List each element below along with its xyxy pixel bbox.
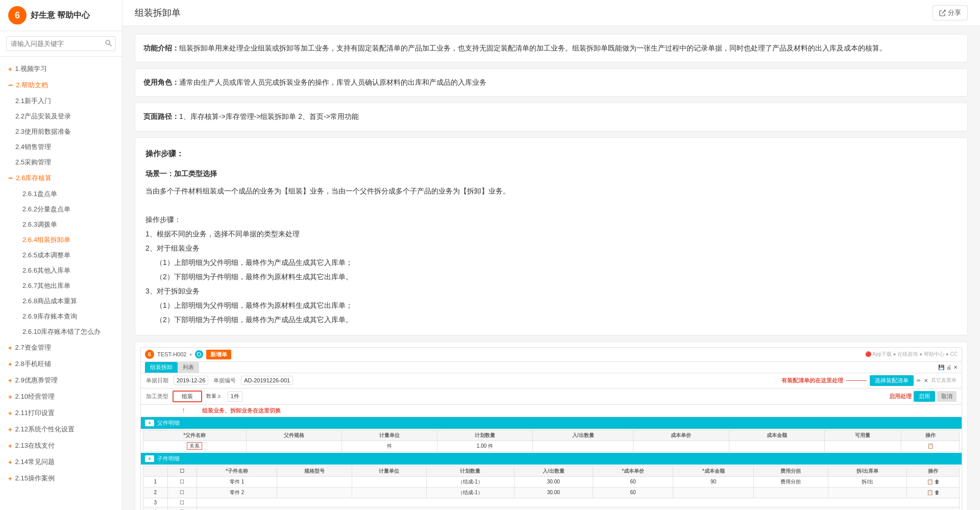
mock-td-qty: 1.00 件 — [437, 441, 532, 451]
screenshot-block: 6 TEST-H002 ▾ 新增单 🔴 App下载 ● 在线咨询 ● 帮助中心 … — [135, 342, 968, 510]
search-input[interactable] — [7, 37, 101, 50]
mock-app-id: TEST-H002 — [157, 351, 186, 357]
sidebar-item-coupon[interactable]: + 2.9优惠券管理 — [0, 372, 122, 388]
table-row: 2 ☐ 零件 2 （结成-1） 30.00 60 — [143, 487, 960, 498]
sidebar-item-help-docs[interactable]: − 2.帮助文档 — [0, 77, 122, 93]
mock-td-inqty — [533, 441, 633, 451]
sidebar-item-cost-recalc[interactable]: 2.6.8商品成本重算 — [0, 294, 122, 309]
sidebar-item-stock-query[interactable]: 2.6.9库存账本查询 — [0, 309, 122, 324]
sidebar-item-personalize[interactable]: + 2.12系统个性化设置 — [0, 421, 122, 438]
svg-point-0 — [106, 40, 110, 44]
step3-sub2: （2）下部明细为子件明细，最终作为产成品生成其它入库单。 — [156, 312, 957, 327]
mock-sub-td-cb1: ☐ — [167, 476, 197, 487]
mock-sub-th-io-qty: 入/出数量 — [514, 466, 593, 476]
sidebar-item-label: 2.15操作案例 — [15, 474, 55, 483]
mock-sub-td-seq2: 2 — [143, 487, 168, 498]
sidebar-item-purchase[interactable]: 2.5采购管理 — [0, 155, 122, 170]
mock-sub-th-cost-total: *成本金额 — [673, 466, 753, 476]
mock-sub-td-costtotal1: 90 — [673, 476, 753, 487]
annotation3-text: 启用处理 — [889, 393, 912, 400]
sidebar-item-video[interactable]: + 1.视频学习 — [0, 61, 122, 77]
sidebar-item-other-in[interactable]: 2.6.6其他入库单 — [0, 263, 122, 278]
plus-icon-print: + — [8, 409, 12, 417]
mock-th-qty: 计划数量 — [437, 430, 532, 441]
table-row: 1 ☐ 零件 1 （结成-1） 30.00 60 90 费用分担 — [143, 476, 960, 487]
mock-sub-td-io2 — [828, 487, 907, 498]
sidebar-item-transfer[interactable]: 2.6.3调拨单 — [0, 217, 122, 232]
annotation2-arrow: ↑ — [182, 406, 185, 414]
mock-sub-td-action1: 📋 🗑 — [907, 476, 960, 487]
search-button[interactable] — [101, 37, 116, 51]
mock-bom-area: 有装配清单的在这里处理 选择装配清单 ✏ ✕ 其它发票单 — [781, 375, 957, 386]
mock-cancel-btn[interactable]: 取消 — [937, 391, 957, 402]
step2: 2、对于组装业务 — [145, 241, 957, 255]
mock-sub-td-share1: 费用分担 — [753, 476, 828, 487]
mock-sub-td-action2: 📋 🗑 — [907, 487, 960, 498]
sidebar-item-faq[interactable]: + 2.14常见问题 — [0, 454, 122, 470]
sidebar-item-label: 2.帮助文档 — [16, 81, 48, 90]
sidebar-item-print[interactable]: + 2.11打印设置 — [0, 405, 122, 421]
share-button[interactable]: 分享 — [933, 5, 968, 20]
step1: 1、根据不同的业务，选择不同单据的类型来处理 — [145, 227, 957, 241]
mock-refresh-icon — [195, 350, 203, 358]
sidebar-item-assembly[interactable]: 2.6.4组装拆卸单 — [0, 232, 122, 248]
plus-icon-ops: + — [8, 393, 12, 401]
mock-sub-th-name: *子件名称 — [197, 466, 277, 476]
mock-td-action: 📋 — [901, 441, 960, 451]
app-title: 好生意 帮助中心 — [31, 10, 90, 21]
sidebar-item-label: 1.视频学习 — [15, 64, 47, 74]
sidebar-item-newbie[interactable]: 2.1新手入门 — [0, 93, 122, 109]
mock-td-avail — [824, 441, 901, 451]
logo-icon: 6 — [8, 6, 27, 25]
mock-edit-icon: ✏ — [917, 378, 921, 383]
content-area: 功能介绍：组装拆卸单用来处理企业组装或拆卸等加工业务，支持有固定装配清单的产品加… — [122, 26, 980, 510]
screenshot-inner: 6 TEST-H002 ▾ 新增单 🔴 App下载 ● 在线咨询 ● 帮助中心 … — [140, 347, 962, 510]
mock-sub-th-io-order: 拆/出库单 — [828, 466, 907, 476]
sidebar-item-inventory[interactable]: − 2.6库存核算 — [0, 170, 122, 186]
sidebar-item-ops[interactable]: + 2.10经营管理 — [0, 388, 122, 405]
mock-td-unit: 件 — [341, 441, 437, 451]
sidebar-item-finance[interactable]: + 2.7资金管理 — [0, 339, 122, 356]
mock-tab-list: 列表 — [178, 362, 199, 373]
sidebar-item-inventory-check[interactable]: 2.6.1盘点单 — [0, 186, 122, 202]
mock-th-avail: 可用量 — [824, 430, 901, 441]
mock-sub-td-name2: 零件 2 — [197, 487, 277, 498]
mock-select-bom-btn[interactable]: 选择装配清单 — [870, 375, 914, 386]
mock-sub-th-spec: 规格型号 — [277, 466, 352, 476]
mock-sub-td-cb2: ☐ — [167, 487, 197, 498]
mock-icons-area: 🔴 App下载 ● 在线咨询 ● 帮助中心 ● CC — [865, 351, 958, 358]
mock-del-icon: ✕ — [924, 378, 928, 383]
mock-section-add-icon: + — [145, 420, 154, 426]
mock-parent-table: *父件名称 父件规格 计量单位 计划数量 入/出数量 成本单价 成本金额 可用量… — [143, 430, 960, 452]
mock-more-action: 其它发票单 — [931, 377, 957, 384]
search-area — [0, 31, 122, 57]
sidebar-item-cases[interactable]: + 2.15操作案例 — [0, 470, 122, 487]
mock-sub-td-ioqty2: 30.00 — [514, 487, 593, 498]
page-title: 组装拆卸单 — [135, 7, 181, 19]
sidebar-nav: + 1.视频学习 − 2.帮助文档 2.1新手入门 2.2产品安装及登录 2.3… — [0, 57, 122, 510]
sidebar-item-other-out[interactable]: 2.6.7其他出库单 — [0, 278, 122, 294]
svg-line-1 — [110, 44, 112, 46]
mock-nav-actions: 💾 🖨 ✕ — [938, 362, 958, 373]
sidebar-item-mobile[interactable]: + 2.8手机旺铺 — [0, 356, 122, 372]
top-bar: 组装拆卸单 分享 — [122, 0, 980, 26]
mock-sub-section-label: 子件明细 — [157, 455, 180, 463]
sidebar-item-data-prep[interactable]: 2.3使用前数据准备 — [0, 124, 122, 139]
mock-sub-th-unit: 计量单位 — [352, 466, 426, 476]
mock-parent-name: 关系 — [187, 442, 202, 450]
mock-annotation2-row: 组装业务、拆卸业务在这里切换 ↑ — [141, 405, 962, 417]
table-row: 关系 件 1.00 件 📋 — [143, 441, 960, 451]
minus-icon-inventory: − — [8, 174, 13, 182]
mock-sub-th-seq — [143, 466, 168, 476]
mock-enable-btn[interactable]: 启用 — [914, 391, 935, 402]
sidebar-item-stock-error[interactable]: 2.6.10库存账本错了怎么办 — [0, 324, 122, 339]
sidebar-item-install[interactable]: 2.2产品安装及登录 — [0, 109, 122, 124]
mock-titlebar: 6 TEST-H002 ▾ 新增单 🔴 App下载 ● 在线咨询 ● 帮助中心 … — [141, 348, 962, 362]
mock-nav-spacer — [199, 362, 938, 373]
sidebar-item-partial-check[interactable]: 2.6.2分量盘点单 — [0, 202, 122, 217]
mock-th-unit: 计量单位 — [341, 430, 437, 441]
sidebar-item-cost-adj[interactable]: 2.6.5成本调整单 — [0, 248, 122, 263]
sidebar-item-payment[interactable]: + 2.13在线支付 — [0, 438, 122, 454]
main-content: 组装拆卸单 分享 功能介绍：组装拆卸单用来处理企业组装或拆卸等加工业务，支持有固… — [122, 0, 980, 510]
sidebar-item-sales[interactable]: 2.4销售管理 — [0, 139, 122, 155]
